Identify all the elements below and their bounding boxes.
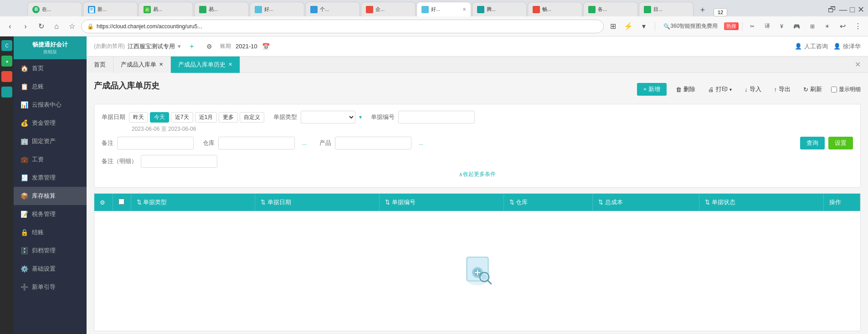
sidebar-item-checkout[interactable]: 🔒 结账	[14, 223, 87, 242]
translate-tool[interactable]: 译	[761, 21, 774, 32]
panel-close-button[interactable]: ✕	[855, 60, 861, 69]
tab-new[interactable]: 新...	[83, 2, 138, 16]
undo-button[interactable]: ↩	[836, 20, 849, 33]
tab-mu[interactable]: 目...	[639, 2, 693, 16]
page-tab-list-close[interactable]: ✕	[159, 62, 163, 67]
col-warehouse-header[interactable]: ⇅ 仓库	[503, 194, 592, 211]
sidebar-item-funds[interactable]: 💰 资金管理	[14, 114, 87, 132]
sidebar-item-home[interactable]: 🏠 首页	[14, 59, 87, 77]
refresh-page-button[interactable]: ↻ 刷新	[800, 83, 826, 95]
date-btn-custom[interactable]: 自定义	[240, 112, 264, 123]
delete-button[interactable]: 🗑 删除	[672, 83, 699, 95]
restore-window-button[interactable]: 🗗	[828, 5, 836, 15]
grid-tool[interactable]: ⊞	[806, 21, 818, 32]
bookmark-button[interactable]: ☆	[66, 20, 78, 33]
sidebar-item-report[interactable]: 📊 云报表中心	[14, 96, 87, 114]
col-cost-header[interactable]: ⇅ 总成本	[593, 194, 699, 211]
export-button[interactable]: ↑ 导出	[770, 83, 795, 95]
changjie-icon[interactable]: C	[1, 40, 12, 51]
company-settings-button[interactable]: ⚙	[203, 40, 216, 53]
user-service-button[interactable]: 👤 人工咨询	[795, 42, 828, 51]
col-date-header[interactable]: ⇅ 单据日期	[255, 194, 380, 211]
tab-yi1[interactable]: 易 易...	[139, 2, 193, 16]
close-window-button[interactable]: ✕	[858, 5, 864, 15]
minimize-button[interactable]: —	[839, 5, 847, 15]
home-button[interactable]: ⌂	[50, 20, 63, 33]
product-filter-input[interactable]	[335, 137, 411, 149]
collapse-bar[interactable]: ∧ 收起更多条件	[102, 168, 853, 181]
game-tool[interactable]: 🎮	[790, 21, 804, 32]
dropdown-button[interactable]: ▾	[637, 20, 650, 33]
tab-qi[interactable]: 企...	[361, 2, 416, 16]
refresh-button[interactable]: ↻	[35, 20, 47, 33]
lightning-button[interactable]: ⚡	[622, 20, 635, 33]
app-icon-4[interactable]	[1, 87, 12, 98]
sidebar-item-salary[interactable]: 💼 工资	[14, 150, 87, 169]
col-status-header[interactable]: ⇅ 单据状态	[699, 194, 824, 211]
user-avatar[interactable]: 👤 徐泽华	[833, 42, 861, 51]
print-button[interactable]: 🖨 打印 ▾	[704, 83, 735, 95]
tab-hao2[interactable]: 好... ✕	[416, 2, 471, 16]
sidebar-item-settings[interactable]: ⚙️ 基础设置	[14, 260, 87, 278]
type-filter-select[interactable]	[301, 111, 355, 123]
tab-zaizai[interactable]: 在 在...	[27, 2, 82, 16]
type-dropdown-icon[interactable]: ▾	[359, 114, 362, 120]
sidebar-item-tax[interactable]: 📝 税务管理	[14, 205, 87, 223]
select-all-checkbox[interactable]	[118, 199, 124, 205]
maximize-button[interactable]: □	[850, 5, 855, 15]
date-btn-1month[interactable]: 近1月	[195, 112, 217, 123]
col-checkbox-header[interactable]	[113, 194, 131, 211]
page-tab-home[interactable]: 首页	[87, 57, 113, 73]
yuan-tool[interactable]: ¥	[776, 21, 787, 32]
detail-note-input[interactable]	[141, 155, 217, 168]
date-btn-7days[interactable]: 近7天	[171, 112, 193, 123]
sidebar-item-archive[interactable]: 🗄️ 归档管理	[14, 242, 87, 260]
import-button[interactable]: ↓ 导入	[741, 83, 765, 95]
sun-tool[interactable]: ☀	[821, 21, 833, 32]
search-tool[interactable]: 🔍 360智能抠图免费用	[660, 21, 721, 32]
new-tab-button[interactable]: +	[696, 4, 709, 16]
warehouse-ellipsis-btn[interactable]: ...	[298, 140, 310, 146]
show-detail-toggle[interactable]: 显示明细	[831, 86, 861, 93]
number-filter-input[interactable]	[398, 111, 475, 123]
add-company-button[interactable]: +	[185, 40, 198, 53]
add-button[interactable]: + 新增	[637, 83, 667, 96]
sidebar-item-invoice[interactable]: 🧾 发票管理	[14, 169, 87, 187]
app-icon-2[interactable]: ★	[1, 56, 12, 67]
tab-chang[interactable]: 畅...	[528, 2, 582, 16]
settings-menu-button[interactable]: ⋮	[852, 20, 864, 33]
show-detail-checkbox[interactable]	[831, 87, 837, 92]
tab-close-8[interactable]: ✕	[462, 7, 466, 12]
extensions-button[interactable]: ⊞	[606, 20, 619, 33]
sidebar-item-newbill[interactable]: ➕ 新单引导	[14, 278, 87, 296]
cut-tool[interactable]: ✂	[746, 21, 758, 32]
page-tab-history[interactable]: 产成品入库单历史 ✕	[171, 57, 240, 73]
tab-hao1[interactable]: 好...	[250, 2, 304, 16]
query-button[interactable]: 查询	[800, 137, 825, 149]
back-button[interactable]: ‹	[4, 20, 16, 33]
forward-button[interactable]: ›	[19, 20, 32, 33]
address-bar[interactable]: 🔒 https://cloud.chanjet.com/accounting/u…	[81, 20, 604, 33]
note-filter-input[interactable]	[117, 137, 194, 149]
tab-yi2[interactable]: 易...	[194, 2, 249, 16]
tab-teng[interactable]: 腾...	[472, 2, 527, 16]
col-number-header[interactable]: ⇅ 单据编号	[380, 194, 504, 211]
sidebar-item-inventory[interactable]: 📦 库存核算	[14, 187, 87, 205]
col-gear-header[interactable]: ⚙	[94, 194, 113, 211]
col-type-header[interactable]: ⇅ 单据类型	[131, 194, 255, 211]
page-tab-history-close[interactable]: ✕	[228, 62, 232, 67]
setting-button[interactable]: 设置	[828, 137, 853, 149]
tab-ge[interactable]: 个...	[305, 2, 360, 16]
date-btn-yesterday[interactable]: 昨天	[129, 112, 148, 123]
period-edit-icon[interactable]: 📅	[262, 43, 270, 50]
app-icon-3[interactable]	[1, 71, 12, 82]
date-btn-more[interactable]: 更多	[219, 112, 238, 123]
page-tab-list[interactable]: 产成品入库单 ✕	[113, 57, 171, 73]
company-selector[interactable]: (勿删勿禁用) 江西服宝测试专用 ▾	[94, 42, 181, 51]
tab-ge2[interactable]: 各...	[583, 2, 638, 16]
sidebar-item-fixed[interactable]: 🏢 固定资产	[14, 132, 87, 150]
sidebar-item-ledger[interactable]: 📋 总账	[14, 77, 87, 96]
product-ellipsis-btn[interactable]: ...	[415, 140, 427, 146]
date-btn-today[interactable]: 今天	[150, 112, 169, 123]
warehouse-filter-input[interactable]	[218, 137, 295, 149]
